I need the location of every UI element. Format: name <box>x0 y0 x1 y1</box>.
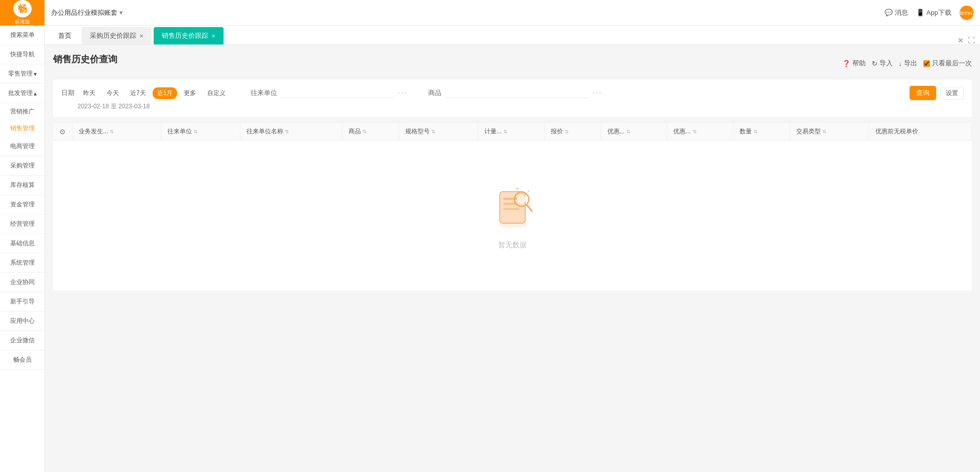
sidebar-item-member[interactable]: 畅会员 <box>0 350 44 370</box>
col-partner-code[interactable]: 往来单位 ⇅ <box>161 123 240 140</box>
main-area: 办公用品行业模拟账套 ▾ 💬 消息 📱 App下载 demo2 首页 采购历 <box>45 0 980 472</box>
app-logo[interactable]: 畅 标准版 <box>0 0 44 26</box>
sidebar-item-wholesale[interactable]: 批发管理 ▴ <box>0 84 44 103</box>
help-action[interactable]: ❓ 帮助 <box>842 59 866 68</box>
sort-icon-quote: ⇅ <box>565 129 569 134</box>
topbar-title: 办公用品行业模拟账套 ▾ <box>51 8 880 17</box>
sort-icon-business-date: ⇅ <box>110 129 114 134</box>
svg-text:✦: ✦ <box>515 186 519 192</box>
sort-icon-unit: ⇅ <box>503 129 507 134</box>
header-actions: ❓ 帮助 ↻ 导入 ↓ 导出 只看最后一次 <box>842 59 972 68</box>
import-action[interactable]: ↻ 导入 <box>872 59 893 68</box>
goods-filter-input[interactable] <box>446 88 589 98</box>
tab-controls: ✕ ⛶ <box>958 36 975 44</box>
filter-row: 日期 昨天 今天 近7天 近1月 更多 自定义 往来单位 ··· <box>61 86 964 100</box>
date-btn-yesterday[interactable]: 昨天 <box>79 87 100 99</box>
col-unit[interactable]: 计量... ⇅ <box>478 123 544 140</box>
partner-filter-group: 往来单位 ··· <box>251 88 407 98</box>
settings-button[interactable]: 设置 <box>940 87 964 100</box>
date-btn-more[interactable]: 更多 <box>179 87 201 99</box>
tab-sales[interactable]: 销售历史价跟踪 ✕ <box>154 27 224 44</box>
col-quantity[interactable]: 数量 ⇅ <box>733 123 790 140</box>
sidebar-item-inventory[interactable]: 库存核算 <box>0 176 44 195</box>
sidebar-item-finance[interactable]: 资金管理 <box>0 195 44 215</box>
message-action[interactable]: 💬 消息 <box>885 8 908 17</box>
sort-icon-spec: ⇅ <box>431 129 435 134</box>
col-quote[interactable]: 报价 ⇅ <box>544 123 601 140</box>
sidebar-item-ecommerce[interactable]: 电商管理 <box>0 137 44 156</box>
col-partner-name[interactable]: 往来单位名称 ⇅ <box>240 123 342 140</box>
sidebar-item-system[interactable]: 系统管理 <box>0 253 44 273</box>
download-icon: 📱 <box>916 9 924 16</box>
only-last-checkbox-label[interactable]: 只看最后一次 <box>923 59 972 68</box>
sidebar-item-guide[interactable]: 新手引导 <box>0 292 44 312</box>
date-btn-custom[interactable]: 自定义 <box>203 87 230 99</box>
tab-home[interactable]: 首页 <box>50 27 80 44</box>
col-business-date[interactable]: 业务发生... ⇅ <box>72 123 161 140</box>
date-btn-today[interactable]: 今天 <box>102 87 124 99</box>
date-range-display: 2023-02-18 至 2023-03-18 <box>61 102 964 111</box>
export-action[interactable]: ↓ 导出 <box>899 59 918 68</box>
date-btn-1month[interactable]: 近1月 <box>153 87 178 99</box>
partner-filter-dots[interactable]: ··· <box>398 88 407 98</box>
sidebar-item-purchase[interactable]: 采购管理 <box>0 156 44 176</box>
sidebar-item-wechat[interactable]: 企业微信 <box>0 331 44 350</box>
tab-bar: 首页 采购历史价跟踪 ✕ 销售历史价跟踪 ✕ ✕ ⛶ <box>45 26 980 45</box>
export-icon: ↓ <box>899 60 902 67</box>
help-icon: ❓ <box>842 60 850 67</box>
logo-text: 标准版 <box>15 18 30 26</box>
sidebar-item-basic[interactable]: 基础信息 <box>0 234 44 253</box>
sidebar-item-retail[interactable]: 零售管理 ▾ <box>0 64 44 84</box>
topbar-actions: 💬 消息 📱 App下载 demo2 <box>885 6 974 20</box>
tab-sales-close[interactable]: ✕ <box>211 33 215 39</box>
sidebar-item-enterprise[interactable]: 企业协同 <box>0 273 44 292</box>
chevron-down-icon: ▾ <box>34 70 37 78</box>
goods-filter-label: 商品 <box>428 88 442 98</box>
col-pretax-price[interactable]: 优惠前无税单价 <box>869 123 972 140</box>
svg-rect-5 <box>503 208 520 210</box>
sidebar-item-marketing[interactable]: 营销推广 <box>0 103 44 120</box>
col-goods[interactable]: 商品 ⇅ <box>342 123 399 140</box>
tab-fullscreen-btn[interactable]: ⛶ <box>968 36 975 44</box>
svg-point-7 <box>517 195 526 204</box>
app-download-action[interactable]: 📱 App下载 <box>916 8 951 17</box>
date-btn-7days[interactable]: 近7天 <box>126 87 151 99</box>
date-buttons: 昨天 今天 近7天 近1月 更多 自定义 <box>79 87 230 99</box>
filter-bar: 日期 昨天 今天 近7天 近1月 更多 自定义 往来单位 ··· <box>53 80 972 117</box>
sort-icon-goods: ⇅ <box>362 129 366 134</box>
only-last-checkbox[interactable] <box>923 60 930 67</box>
sort-icon-partner-name: ⇅ <box>285 129 289 134</box>
sidebar-item-apps[interactable]: 应用中心 <box>0 312 44 331</box>
chevron-up-icon: ▴ <box>34 90 37 97</box>
sidebar-item-sales-mgmt[interactable]: 销售管理 <box>0 120 44 137</box>
col-trade-type[interactable]: 交易类型 ⇅ <box>790 123 869 140</box>
date-range-text: 2023-02-18 至 2023-03-18 <box>78 103 150 110</box>
partner-filter-input[interactable] <box>281 88 394 98</box>
user-avatar-action[interactable]: demo2 <box>960 6 974 20</box>
sidebar-item-operations[interactable]: 经营管理 <box>0 215 44 234</box>
empty-text: 暂无数据 <box>498 241 527 250</box>
query-button[interactable]: 查询 <box>910 86 936 100</box>
sidebar-item-search[interactable]: 搜索菜单 <box>0 26 44 45</box>
partner-filter-label: 往来单位 <box>251 88 277 98</box>
col-discount1[interactable]: 优惠... ⇅ <box>601 123 667 140</box>
import-icon: ↻ <box>872 60 877 67</box>
empty-state: ✦ ✦ 暂无数据 <box>53 140 972 291</box>
goods-filter-dots[interactable]: ··· <box>593 88 602 98</box>
col-spec[interactable]: 规格型号 ⇅ <box>399 123 478 140</box>
title-dropdown-icon[interactable]: ▾ <box>119 9 123 16</box>
date-filter-label: 日期 <box>61 88 75 98</box>
svg-line-8 <box>527 205 532 211</box>
tab-purchase[interactable]: 采购历史价跟踪 ✕ <box>82 27 152 44</box>
page-content: 销售历史价查询 ❓ 帮助 ↻ 导入 ↓ 导出 只看最后一次 <box>45 45 980 472</box>
sort-icon-quantity: ⇅ <box>753 129 757 134</box>
col-discount2[interactable]: 优惠... ⇅ <box>667 123 733 140</box>
sidebar-item-shortcut[interactable]: 快捷导航 <box>0 45 44 64</box>
gear-icon[interactable]: ⚙ <box>59 128 66 136</box>
empty-icon: ✦ ✦ <box>487 181 538 232</box>
sort-icon-trade-type: ⇅ <box>822 129 826 134</box>
topbar: 办公用品行业模拟账套 ▾ 💬 消息 📱 App下载 demo2 <box>45 0 980 26</box>
tab-close-all-btn[interactable]: ✕ <box>958 36 964 44</box>
tab-purchase-close[interactable]: ✕ <box>139 33 143 39</box>
logo-icon: 畅 <box>13 0 32 17</box>
